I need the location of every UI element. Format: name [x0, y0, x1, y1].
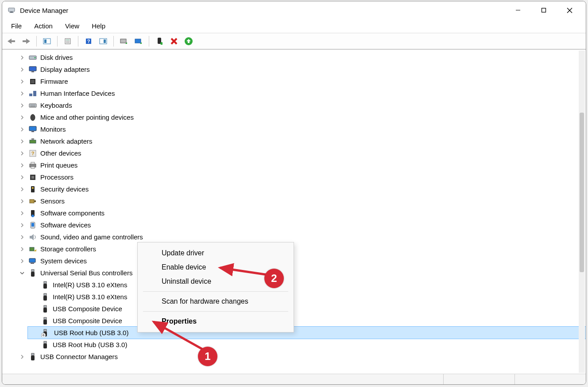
tree-node[interactable]: Software components: [15, 207, 586, 219]
tree-node[interactable]: Human Interface Devices: [15, 87, 586, 99]
uninstall-device-button[interactable]: [167, 35, 181, 47]
tree-node[interactable]: Sound, video and game controllers: [15, 231, 586, 243]
printer-icon: [29, 161, 37, 169]
menu-bar: File Action View Help: [2, 19, 586, 33]
tree-node-label: Human Interface Devices: [40, 90, 115, 97]
tree-node[interactable]: Network adapters: [15, 135, 586, 147]
context-menu-update-driver[interactable]: Update driver: [138, 246, 294, 260]
close-button[interactable]: [557, 3, 582, 17]
expand-icon[interactable]: [19, 234, 25, 240]
tree-node[interactable]: Intel(R) USB 3.10 eXtens: [28, 291, 586, 303]
tree-node-label: Monitors: [40, 125, 66, 133]
show-hide-console-tree-button[interactable]: [40, 35, 54, 47]
sensor-icon: [29, 197, 37, 205]
chip-icon: [29, 78, 37, 86]
tree-node[interactable]: USB Root Hub (USB 3.0): [28, 327, 586, 339]
tree-node[interactable]: System devices: [15, 255, 586, 267]
tree-node-label: Intel(R) USB 3.10 eXtens: [53, 293, 127, 301]
tree-node-label: Mice and other pointing devices: [40, 113, 134, 121]
menu-view[interactable]: View: [60, 20, 85, 31]
expand-icon[interactable]: [19, 55, 25, 61]
vertical-scrollbar[interactable]: [579, 51, 585, 373]
forward-button[interactable]: [19, 35, 33, 47]
svg-rect-67: [44, 281, 46, 284]
tree-node[interactable]: USB Composite Device: [28, 315, 586, 327]
menu-action[interactable]: Action: [29, 20, 58, 31]
expand-icon[interactable]: [19, 126, 25, 133]
menu-help[interactable]: Help: [86, 20, 111, 31]
tree-node-label: Firmware: [40, 78, 68, 85]
tree-node[interactable]: USB Root Hub (USB 3.0): [28, 339, 586, 351]
svg-rect-61: [30, 247, 34, 251]
expand-icon[interactable]: [19, 354, 25, 360]
expand-icon[interactable]: [19, 90, 25, 97]
tree-node[interactable]: USB Connector Managers: [15, 351, 586, 363]
tree-node[interactable]: Sensors: [15, 195, 586, 207]
svg-rect-65: [31, 270, 34, 272]
expand-icon[interactable]: [19, 210, 25, 216]
expand-icon[interactable]: [19, 174, 25, 180]
tree-node[interactable]: Mice and other pointing devices: [15, 111, 586, 123]
tree-node[interactable]: Monitors: [15, 123, 586, 135]
expand-icon[interactable]: [19, 258, 25, 264]
drive-icon: [29, 54, 37, 62]
tree-node[interactable]: Display adapters: [15, 63, 586, 75]
expand-icon[interactable]: [19, 138, 25, 145]
svg-point-40: [31, 114, 35, 121]
help-button[interactable]: ?: [82, 35, 95, 47]
expand-icon[interactable]: [19, 150, 25, 156]
expand-icon[interactable]: [19, 246, 25, 252]
menu-file[interactable]: File: [6, 20, 27, 31]
tree-node[interactable]: USB Composite Device: [28, 303, 586, 315]
tree-node[interactable]: Software devices: [15, 219, 586, 231]
scrollbar-thumb[interactable]: [580, 113, 584, 272]
svg-rect-48: [31, 162, 35, 164]
context-menu-scan-hardware[interactable]: Scan for hardware changes: [138, 294, 294, 309]
tree-node[interactable]: Processors: [15, 171, 586, 183]
context-menu-properties[interactable]: Properties: [138, 314, 294, 328]
expand-icon[interactable]: [19, 162, 25, 168]
scan-hardware-changes-button[interactable]: [117, 35, 131, 47]
back-button[interactable]: [5, 35, 18, 47]
expand-icon[interactable]: [19, 114, 25, 121]
usb-icon: [41, 281, 49, 289]
window-controls: [505, 3, 582, 17]
svg-marker-60: [30, 234, 34, 240]
maximize-button[interactable]: [531, 3, 557, 17]
device-icon-button[interactable]: [153, 35, 166, 47]
tree-node[interactable]: Print queues: [15, 159, 586, 171]
tree-node[interactable]: Firmware: [15, 75, 586, 87]
minimize-button[interactable]: [505, 3, 531, 17]
properties-button[interactable]: [61, 35, 74, 47]
tree-node[interactable]: Disk drives: [15, 51, 586, 63]
enable-device-button[interactable]: [182, 35, 195, 47]
system-icon: [29, 257, 37, 265]
svg-rect-21: [135, 39, 141, 43]
expand-icon[interactable]: [19, 222, 25, 228]
expand-icon[interactable]: [19, 78, 25, 85]
svg-rect-72: [43, 308, 47, 313]
tree-node[interactable]: Security devices: [15, 183, 586, 195]
action-pane-button[interactable]: [97, 35, 110, 47]
tree-node-label: Print queues: [40, 161, 77, 169]
expand-icon[interactable]: [19, 66, 25, 73]
expand-icon[interactable]: [19, 102, 25, 109]
expand-icon[interactable]: [19, 198, 25, 204]
expand-icon[interactable]: [19, 186, 25, 192]
svg-rect-35: [29, 94, 32, 96]
collapse-icon[interactable]: [19, 270, 25, 276]
add-hardware-button[interactable]: [132, 35, 145, 47]
tree-node-label: Software devices: [40, 221, 91, 229]
svg-rect-41: [29, 126, 36, 131]
tree-node[interactable]: Universal Serial Bus controllers: [15, 267, 586, 279]
keyboard-icon: [29, 102, 37, 109]
tree-node-label: USB Root Hub (USB 3.0): [53, 341, 127, 348]
tree-node[interactable]: Intel(R) USB 3.10 eXtens: [28, 279, 586, 291]
tree-node[interactable]: Keyboards: [15, 99, 586, 111]
svg-rect-10: [44, 39, 46, 43]
svg-rect-42: [31, 131, 34, 132]
device-tree-panel[interactable]: Disk drivesDisplay adaptersFirmwareHuman…: [2, 49, 586, 374]
tree-node[interactable]: Storage controllers: [15, 243, 586, 255]
tree-node[interactable]: ?Other devices: [15, 147, 586, 159]
component-icon: [29, 209, 37, 217]
